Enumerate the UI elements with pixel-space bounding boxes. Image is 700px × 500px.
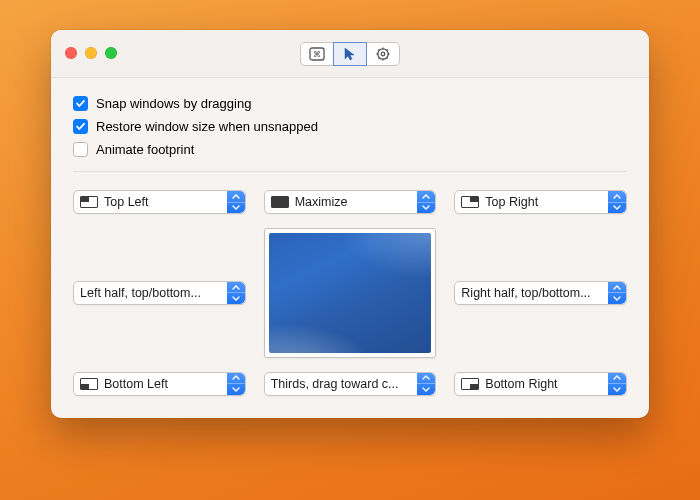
zone-icon-top-right: [461, 196, 479, 208]
svg-line-9: [386, 57, 387, 58]
preferences-window: ⌘ Snap windows by dragging Restore windo…: [51, 30, 649, 418]
titlebar: ⌘: [51, 30, 649, 78]
tab-snapping[interactable]: [333, 42, 367, 66]
checkbox-animate[interactable]: [73, 142, 88, 157]
zone-top-center-select[interactable]: Maximize: [264, 190, 437, 214]
zoom-window-button[interactable]: [105, 47, 117, 59]
dropdown-stepper-icon: [608, 191, 626, 213]
svg-text:⌘: ⌘: [313, 50, 321, 59]
dropdown-stepper-icon: [417, 191, 435, 213]
zone-top-right-label: Top Right: [485, 195, 604, 209]
zone-top-left-label: Top Left: [104, 195, 223, 209]
zone-bottom-center-select[interactable]: Thirds, drag toward c...: [264, 372, 437, 396]
dropdown-stepper-icon: [227, 282, 245, 304]
checkbox-snap-label: Snap windows by dragging: [96, 97, 251, 110]
zone-mid-right-select[interactable]: Right half, top/bottom...: [454, 281, 627, 305]
zone-icon-bottom-left: [80, 378, 98, 390]
tab-settings[interactable]: [366, 42, 400, 66]
zone-top-right-select[interactable]: Top Right: [454, 190, 627, 214]
dropdown-stepper-icon: [227, 373, 245, 395]
zone-icon-maximize: [271, 196, 289, 208]
svg-line-11: [378, 57, 379, 58]
close-window-button[interactable]: [65, 47, 77, 59]
zone-bottom-center-label: Thirds, drag toward c...: [271, 377, 414, 391]
dropdown-stepper-icon: [608, 373, 626, 395]
zone-bottom-right-select[interactable]: Bottom Right: [454, 372, 627, 396]
zone-mid-left-select[interactable]: Left half, top/bottom...: [73, 281, 246, 305]
svg-line-10: [386, 49, 387, 50]
minimize-window-button[interactable]: [85, 47, 97, 59]
zone-top-center-label: Maximize: [295, 195, 414, 209]
zone-bottom-right-label: Bottom Right: [485, 377, 604, 391]
zone-bottom-left-select[interactable]: Bottom Left: [73, 372, 246, 396]
window-controls: [65, 47, 117, 59]
content-area: Snap windows by dragging Restore window …: [51, 78, 649, 418]
snap-zones-grid: Top Left Maximize Top Right Left half, t…: [73, 190, 627, 396]
desktop-preview: [264, 228, 437, 358]
cursor-icon: [343, 47, 357, 61]
checkbox-row-restore[interactable]: Restore window size when unsnapped: [73, 119, 627, 134]
zone-bottom-left-label: Bottom Left: [104, 377, 223, 391]
divider: [73, 171, 627, 172]
zone-icon-top-left: [80, 196, 98, 208]
dropdown-stepper-icon: [608, 282, 626, 304]
checkbox-animate-label: Animate footprint: [96, 143, 194, 156]
checkbox-row-animate[interactable]: Animate footprint: [73, 142, 627, 157]
zone-top-left-select[interactable]: Top Left: [73, 190, 246, 214]
zone-mid-left-label: Left half, top/bottom...: [80, 286, 223, 300]
svg-point-3: [381, 52, 385, 56]
checkmark-icon: [75, 98, 86, 109]
checkbox-row-snap[interactable]: Snap windows by dragging: [73, 96, 627, 111]
checkbox-restore-label: Restore window size when unsnapped: [96, 120, 318, 133]
toolbar-tabs: ⌘: [300, 42, 400, 66]
zone-mid-right-label: Right half, top/bottom...: [461, 286, 604, 300]
dropdown-stepper-icon: [417, 373, 435, 395]
desktop-wallpaper-preview: [269, 233, 432, 353]
zone-icon-bottom-right: [461, 378, 479, 390]
checkbox-restore[interactable]: [73, 119, 88, 134]
checkbox-snap[interactable]: [73, 96, 88, 111]
gear-icon: [376, 47, 390, 61]
dropdown-stepper-icon: [227, 191, 245, 213]
checkmark-icon: [75, 121, 86, 132]
keyboard-shortcut-icon: ⌘: [309, 47, 325, 61]
tab-shortcuts[interactable]: ⌘: [300, 42, 334, 66]
svg-line-8: [378, 49, 379, 50]
